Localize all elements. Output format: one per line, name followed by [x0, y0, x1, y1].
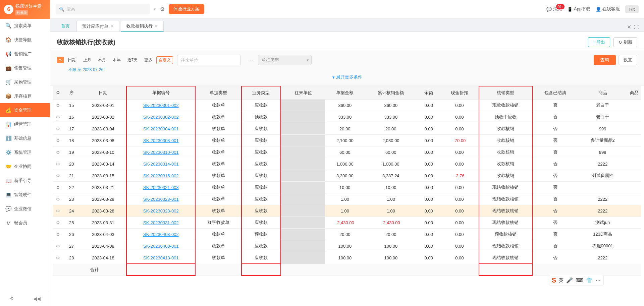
bill-no-link[interactable]: SK-20230321-003 [143, 185, 179, 190]
row-date: 2023-03-31 [80, 217, 127, 229]
row-settings[interactable]: ⚙ [53, 146, 63, 158]
topbar-search[interactable]: 🔍 搜索 [56, 4, 150, 14]
sidebar-item-hardware[interactable]: 💻 智能硬件 [0, 188, 50, 202]
sidebar-item-inventory[interactable]: 📦 库存核算 [0, 89, 50, 103]
sidebar-item-system[interactable]: ⚙️ 系统管理 [0, 145, 50, 160]
bill-no-link[interactable]: SK-20230403-002 [143, 232, 179, 237]
tab-fullscreen-icon[interactable]: ⛶ [634, 24, 639, 30]
watermark-mic-icon[interactable]: 🎤 [566, 277, 573, 284]
bill-no-link[interactable]: SK-20230310-001 [143, 150, 179, 155]
row-bill-amount: 20.00 [325, 123, 365, 135]
bill-no-link[interactable]: SK-20230418-001 [143, 255, 179, 260]
sidebar-label-guide: 新手引导 [14, 178, 32, 184]
notify-btn[interactable]: 💬 消息 99+ [546, 6, 562, 12]
bill-no-link[interactable]: SK-20230301-002 [143, 103, 179, 108]
service-label: 在线客服 [602, 6, 620, 12]
topbar-gear-icon[interactable]: ⚙ [160, 6, 165, 12]
sidebar-item-sales[interactable]: 💼 销售管理 [0, 61, 50, 75]
date-btn-last-month[interactable]: 上月 [80, 56, 94, 64]
date-btn-this-year[interactable]: 本年 [110, 56, 123, 64]
sidebar-item-guide[interactable]: 📖 新手引导 [0, 174, 50, 188]
inventory-icon: 📦 [5, 93, 11, 99]
table-row: ⚙ 16 2023-03-02 SK-20230302-002 收款单 预收款 … [53, 111, 641, 123]
watermark-keyboard-icon[interactable]: ⌨ [576, 277, 583, 284]
row-settings[interactable]: ⚙ [53, 170, 63, 182]
row-no: 18 [63, 135, 80, 146]
row-verify-type: 预收中应收 [479, 111, 532, 123]
search-icon: 🔍 [5, 23, 11, 29]
user-avatar[interactable]: Rit [625, 5, 639, 13]
tab-collection-close[interactable]: ✕ [155, 24, 158, 28]
service-btn[interactable]: 👤 在线客服 [596, 6, 620, 12]
bill-type-select[interactable]: 单据类型 [258, 55, 312, 65]
expand-more-btn[interactable]: ▾ 展开更多条件 [57, 73, 637, 81]
tab-prepay[interactable]: 预计应应付单 ✕ [76, 21, 119, 32]
row-bill-amount: 10.00 [325, 182, 365, 193]
row-settings[interactable]: ⚙ [53, 135, 63, 146]
row-product: 2222 [578, 193, 627, 205]
row-settings[interactable]: ⚙ [53, 123, 63, 135]
row-product2 [627, 100, 641, 111]
sidebar-item-basic[interactable]: ℹ️ 基础信息 [0, 131, 50, 145]
bill-no-link[interactable]: SK-20230331-002 [143, 220, 179, 225]
filter-expand-arrow[interactable]: » [57, 57, 64, 63]
bill-no-link[interactable]: SK-20230328-002 [143, 208, 179, 213]
row-product: 多计量商品2 [578, 135, 627, 146]
date-btn-more[interactable]: 更多 [142, 56, 155, 64]
counterparty-input[interactable] [177, 55, 241, 65]
date-btn-7days[interactable]: 近7天 [125, 56, 141, 64]
th-cumulative: 累计核销金额 [365, 86, 417, 100]
row-settings[interactable]: ⚙ [53, 252, 63, 264]
tab-home[interactable]: 首页 [56, 21, 75, 32]
bill-no-link[interactable]: SK-20230328-001 [143, 197, 179, 202]
export-button[interactable]: ↑ 导出 [588, 37, 610, 47]
filter-row-1: » 日期 上月 本月 本年 近7天 更多 自定义 ··· 单据类型 [57, 55, 637, 65]
date-btn-custom[interactable]: 自定义 [156, 56, 173, 64]
row-product: 999 [578, 146, 627, 158]
row-biz-type: 应收款 [241, 135, 280, 146]
collapse-icon[interactable]: ◀◀ [31, 295, 43, 303]
industry-btn[interactable]: 体验行业方案 [169, 4, 204, 14]
date-btn-this-month[interactable]: 本月 [95, 56, 109, 64]
content-header: 收款核销执行(按收款) ↑ 导出 ↻ 刷新 [50, 32, 644, 51]
sidebar-item-purchase[interactable]: 🛒 采购管理 [0, 75, 50, 89]
query-button[interactable]: 查询 [594, 55, 616, 65]
row-settings[interactable]: ⚙ [53, 111, 63, 123]
row-cash-discount: 0.00 [440, 182, 479, 193]
row-bill-no: SK-20230331-002 [126, 217, 195, 229]
app-download-btn[interactable]: 📱 App下载 [567, 6, 590, 12]
watermark-more-icon[interactable]: ⋯ [595, 277, 601, 284]
setting-button[interactable]: 设置 [619, 55, 637, 65]
sidebar-item-wechat[interactable]: 💬 企业微信 [0, 202, 50, 216]
settings-bottom-icon[interactable]: ⚙ [7, 295, 17, 303]
sidebar-item-capital[interactable]: 💰 资金管理 [0, 103, 50, 117]
row-include-settled: 否 [532, 205, 578, 217]
th-settings[interactable]: ⚙ [53, 86, 63, 100]
row-settings[interactable]: ⚙ [53, 182, 63, 193]
bill-no-link[interactable]: SK-20230304-001 [143, 126, 179, 131]
bill-no-link[interactable]: SK-20230408-001 [143, 244, 179, 249]
tab-close-all-icon[interactable]: ✕ [627, 24, 631, 30]
bill-no-link[interactable]: SK-20230308-001 [143, 138, 179, 143]
row-settings[interactable]: ⚙ [53, 205, 63, 217]
sidebar-item-enterprise[interactable]: 🤝 企业协同 [0, 160, 50, 174]
sidebar-item-search[interactable]: 🔍 搜索菜单 [0, 19, 50, 33]
row-settings[interactable]: ⚙ [53, 240, 63, 252]
tab-prepay-close[interactable]: ✕ [110, 24, 114, 29]
sidebar-item-operation[interactable]: 📊 经营管理 [0, 117, 50, 131]
sidebar-item-marketing[interactable]: 📢 营销推广 [0, 47, 50, 61]
row-settings[interactable]: ⚙ [53, 100, 63, 111]
row-counterparty [281, 229, 325, 240]
refresh-button[interactable]: ↻ 刷新 [613, 37, 637, 47]
row-settings[interactable]: ⚙ [53, 217, 63, 229]
row-settings[interactable]: ⚙ [53, 193, 63, 205]
row-cumulative: 10.00 [365, 182, 417, 193]
sidebar-item-member[interactable]: V 畅会员 [0, 216, 50, 230]
tab-collection[interactable]: 收款核销执行 ✕ [121, 21, 164, 32]
row-settings[interactable]: ⚙ [53, 158, 63, 170]
sidebar-item-shortcut[interactable]: 🏠 快捷导航 [0, 33, 50, 47]
bill-no-link[interactable]: SK-20230302-002 [143, 115, 179, 120]
bill-no-link[interactable]: SK-20230315-002 [143, 173, 179, 178]
bill-no-link[interactable]: SK-20230314-001 [143, 162, 179, 167]
row-settings[interactable]: ⚙ [53, 229, 63, 240]
